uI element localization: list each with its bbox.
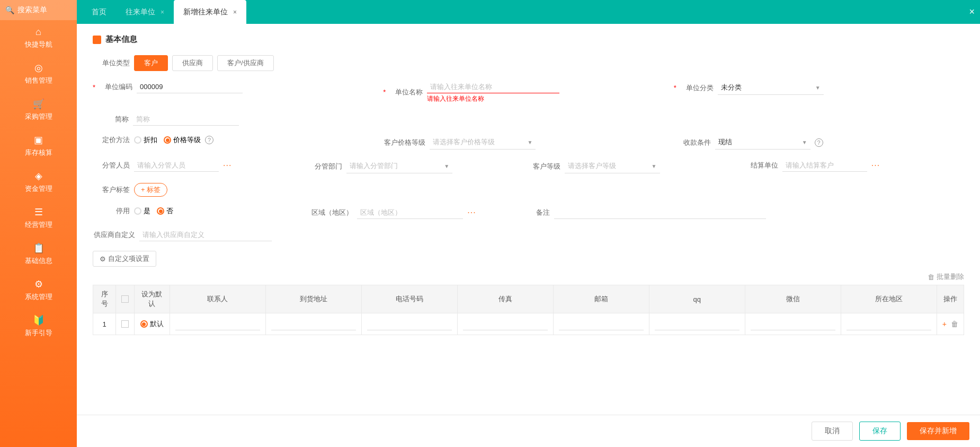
settle-unit-label: 结算单位 — [746, 161, 778, 170]
manager-dots-button[interactable]: ··· — [223, 161, 231, 170]
sidebar-item-quick-nav[interactable]: ⌂ 快捷导航 — [0, 20, 77, 56]
cell-phone[interactable] — [361, 313, 457, 335]
payment-terms-dropdown[interactable]: 现结 ▼ — [715, 135, 810, 150]
sidebar-item-basic-info[interactable]: 📋 基础信息 — [0, 236, 77, 272]
unit-name-input[interactable] — [427, 81, 559, 93]
pricing-method-group: 定价方法 折扣 价格等级 ? — [93, 135, 383, 145]
settle-unit-input[interactable] — [782, 159, 867, 172]
default-radio[interactable] — [140, 320, 148, 328]
manager-group: 分管人员 ··· — [93, 159, 310, 172]
disable-radio-yes[interactable]: 是 — [134, 206, 150, 216]
cell-region[interactable] — [841, 313, 937, 335]
unit-code-group: * 单位编码 — [93, 81, 383, 93]
wechat-input[interactable] — [751, 318, 835, 330]
cell-wechat[interactable] — [745, 313, 841, 335]
sidebar-item-label: 快捷导航 — [25, 40, 52, 49]
unit-code-label: 单位编码 — [101, 82, 132, 92]
sidebar-search[interactable]: 🔍 搜索菜单 — [0, 0, 77, 20]
payment-terms-help-icon[interactable]: ? — [815, 138, 823, 147]
gear-icon: ⚙ — [100, 255, 106, 263]
customer-price-level-placeholder: 请选择客户价格等级 — [433, 137, 524, 147]
pricing-radio-discount[interactable]: 折扣 — [134, 135, 157, 145]
region-dots-button[interactable]: ··· — [467, 208, 476, 217]
th-checkbox — [116, 285, 135, 313]
add-row-icon[interactable]: + — [942, 320, 947, 328]
sidebar-item-label: 销售管理 — [25, 76, 52, 85]
fax-input[interactable] — [463, 318, 548, 330]
tab-home[interactable]: 首页 — [82, 0, 116, 24]
supplier-custom-group: 供应商自定义 — [93, 229, 964, 241]
custom-setting-label: 自定义项设置 — [108, 254, 149, 264]
type-btn-supplier[interactable]: 供应商 — [172, 55, 213, 71]
manager-input[interactable] — [134, 159, 219, 172]
customer-level-placeholder: 请选择客户等级 — [568, 161, 648, 171]
phone-input[interactable] — [367, 318, 452, 330]
unit-category-value: 未分类 — [721, 83, 812, 92]
unit-code-input[interactable] — [137, 81, 243, 93]
section-header-basic-info: 基本信息 — [93, 34, 964, 45]
email-input[interactable] — [559, 318, 644, 330]
address-input[interactable] — [271, 318, 356, 330]
pricing-radio-level[interactable]: 价格等级 — [164, 135, 201, 145]
cell-qq[interactable] — [649, 313, 745, 335]
cell-fax[interactable] — [457, 313, 553, 335]
sidebar-item-label: 基础信息 — [25, 256, 52, 266]
radio-circle-yes — [134, 207, 141, 215]
cell-address[interactable] — [265, 313, 361, 335]
radio-circle-level — [164, 136, 171, 144]
manager-row: 分管人员 ··· 分管部门 请输入分管部门 ▼ 客户等级 请选择客户等级 ▼ — [93, 159, 964, 173]
qq-input[interactable] — [655, 318, 740, 330]
unit-category-dropdown[interactable]: 未分类 ▼ — [718, 81, 824, 95]
unit-category-label: 单位分类 — [682, 83, 714, 93]
save-new-button[interactable]: 保存并新增 — [907, 422, 969, 440]
type-btn-both[interactable]: 客户/供应商 — [217, 55, 274, 71]
dept-dropdown[interactable]: 请输入分管部门 ▼ — [346, 159, 452, 173]
contact-input[interactable] — [175, 318, 260, 330]
custom-setting-button[interactable]: ⚙ 自定义项设置 — [93, 251, 156, 267]
required-star-category: * — [674, 84, 676, 92]
region-table-input[interactable] — [847, 318, 931, 330]
customer-price-level-dropdown[interactable]: 请选择客户价格等级 ▼ — [430, 135, 536, 150]
sidebar-item-system[interactable]: ⚙ 系统管理 — [0, 272, 77, 308]
header-checkbox[interactable] — [121, 295, 129, 303]
abbr-input[interactable] — [133, 113, 239, 126]
sidebar-item-sales[interactable]: ◎ 销售管理 — [0, 56, 77, 92]
notes-input[interactable] — [554, 206, 766, 219]
region-input[interactable] — [357, 206, 463, 219]
batch-delete-button[interactable]: 🗑 批量删除 — [928, 272, 964, 282]
cancel-button[interactable]: 取消 — [812, 422, 853, 441]
tab-unit-list-close[interactable]: × — [161, 8, 164, 16]
type-btn-customer[interactable]: 客户 — [134, 55, 168, 71]
yes-label: 是 — [144, 206, 150, 216]
save-button[interactable]: 保存 — [859, 422, 901, 441]
supplier-custom-input[interactable] — [139, 229, 272, 241]
cell-seq: 1 — [93, 313, 116, 335]
tab-add-unit[interactable]: 新增往来单位 × — [174, 0, 246, 24]
sidebar-item-finance[interactable]: ◈ 资金管理 — [0, 164, 77, 200]
add-tag-button[interactable]: + 标签 — [134, 183, 167, 197]
row-checkbox[interactable] — [121, 320, 129, 328]
required-star-name: * — [383, 88, 386, 96]
discount-label: 折扣 — [144, 135, 157, 145]
pricing-help-icon[interactable]: ? — [205, 136, 213, 144]
disable-radio-no[interactable]: 否 — [157, 206, 173, 216]
sidebar-item-operations[interactable]: ☰ 经营管理 — [0, 200, 77, 236]
customer-level-dropdown[interactable]: 请选择客户等级 ▼ — [565, 159, 660, 173]
cell-email[interactable] — [553, 313, 649, 335]
chevron-down-icon5: ▼ — [652, 163, 657, 169]
cell-default[interactable]: 默认 — [135, 313, 170, 335]
sidebar-item-purchase[interactable]: 🛒 采购管理 — [0, 92, 77, 128]
purchase-icon: 🛒 — [33, 98, 44, 110]
tab-unit-list[interactable]: 往来单位 × — [116, 0, 174, 24]
sidebar-item-guide[interactable]: 🔰 新手引导 — [0, 308, 77, 344]
window-close-button[interactable]: × — [969, 6, 975, 17]
sidebar-item-inventory[interactable]: ▣ 库存核算 — [0, 128, 77, 164]
delete-row-icon[interactable]: 🗑 — [951, 320, 958, 328]
tab-add-unit-close[interactable]: × — [233, 8, 237, 16]
settle-unit-dots-button[interactable]: ··· — [871, 161, 880, 170]
cell-contact[interactable] — [170, 313, 265, 335]
customer-price-level-label: 客户价格等级 — [383, 138, 425, 147]
th-qq: qq — [649, 285, 745, 313]
search-icon: 🔍 — [5, 6, 14, 14]
disable-region-row: 停用 是 否 区域（地区） ··· — [93, 206, 964, 219]
